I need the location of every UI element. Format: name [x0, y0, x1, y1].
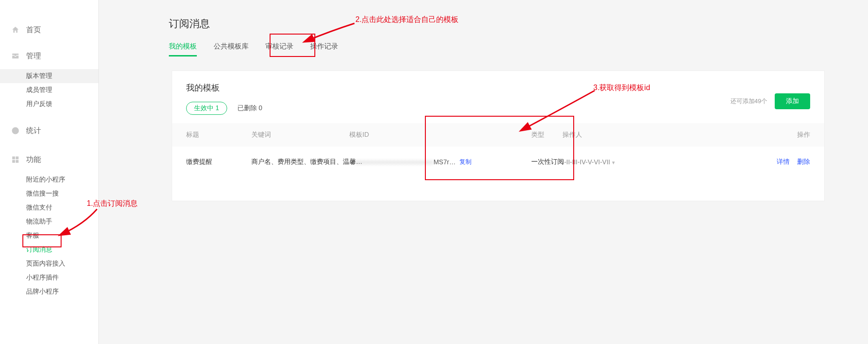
th-operator: 操作人	[562, 131, 632, 139]
tab-operation-log[interactable]: 操作记录	[310, 42, 338, 56]
sidebar-sub-pay[interactable]: 微信支付	[0, 201, 98, 215]
templates-card: 我的模板 生效中 1 已删除 0 还可添加49个 添加 标题 关键词 模板ID …	[172, 70, 825, 201]
cell-actions: 详情 删除	[632, 158, 811, 166]
table-header: 标题 关键词 模板ID 类型 操作人 操作	[172, 123, 824, 147]
sidebar-stats-label: 统计	[26, 126, 41, 136]
inbox-icon	[11, 52, 20, 60]
cell-type: 一次性订阅	[531, 158, 566, 166]
sidebar-sub-logistics[interactable]: 物流助手	[0, 215, 98, 229]
th-action: 操作	[632, 131, 811, 139]
sidebar-sub-brand[interactable]: 品牌小程序	[0, 285, 98, 299]
th-id: 模板ID	[349, 131, 528, 139]
filter-active[interactable]: 生效中 1	[186, 102, 227, 115]
detail-link[interactable]: 详情	[777, 158, 790, 165]
sidebar-sub-members[interactable]: 成员管理	[0, 83, 98, 97]
th-type: 类型	[531, 131, 566, 139]
cell-title: 缴费提醒	[186, 158, 251, 166]
sidebar-func-label: 功能	[26, 155, 41, 165]
templates-table: 标题 关键词 模板ID 类型 操作人 操作 缴费提醒 商户名、费用类型、缴费项目…	[172, 123, 824, 177]
card-title: 我的模板	[186, 82, 220, 93]
sidebar-sub-nearby[interactable]: 附近的小程序	[0, 173, 98, 187]
sidebar-sub-search[interactable]: 微信搜一搜	[0, 187, 98, 201]
main-region: 订阅消息 我的模板 公共模板库 审核记录 操作记录 我的模板 生效中 1 已删除…	[99, 0, 868, 344]
sidebar: 首页 管理 版本管理 成员管理 用户反馈 统计 功能 附近的小程序 微信搜一搜 …	[0, 0, 99, 344]
home-icon	[11, 26, 20, 34]
copy-id-link[interactable]: 复制	[459, 158, 472, 166]
sidebar-sub-version[interactable]: 版本管理	[0, 69, 98, 83]
delete-link[interactable]: 删除	[797, 158, 810, 165]
sidebar-item-manage[interactable]: 管理	[0, 43, 98, 69]
tab-my-templates[interactable]: 我的模板	[169, 42, 197, 56]
chevron-down-icon: ▼	[611, 160, 616, 165]
sidebar-sub-feedback[interactable]: 用户反馈	[0, 97, 98, 111]
quota-text: 还可添加49个	[730, 97, 767, 105]
th-title: 标题	[186, 131, 251, 139]
tab-audit-log[interactable]: 审核记录	[265, 42, 293, 56]
sidebar-item-stats[interactable]: 统计	[0, 118, 98, 144]
pie-icon	[11, 126, 20, 135]
table-row: 缴费提醒 商户名、费用类型、缴费项目、温馨… -exxxxxxxxxxxxxxx…	[172, 147, 824, 177]
sidebar-sub-service[interactable]: 客服	[0, 229, 98, 243]
sidebar-sub-plugin[interactable]: 小程序插件	[0, 271, 98, 285]
tabs: 我的模板 公共模板库 审核记录 操作记录	[169, 42, 868, 56]
grid-icon	[11, 155, 20, 164]
sidebar-sub-subscribe[interactable]: 订阅消息	[0, 243, 98, 257]
filter-deleted[interactable]: 已删除 0	[237, 104, 263, 112]
add-button[interactable]: 添加	[775, 93, 810, 109]
cell-template-id: -exxxxxxxxxxxxxxxxxxxxxMS7r… 复制	[349, 158, 528, 166]
sidebar-manage-label: 管理	[26, 51, 41, 61]
template-id-value: -exxxxxxxxxxxxxxxxxxxxxMS7r…	[349, 158, 456, 166]
tab-public-library[interactable]: 公共模板库	[214, 42, 249, 56]
sidebar-sub-content[interactable]: 页面内容接入	[0, 257, 98, 271]
filters-row: 生效中 1 已删除 0	[172, 102, 824, 123]
sidebar-item-home[interactable]: 首页	[0, 17, 98, 43]
sidebar-item-func[interactable]: 功能	[0, 147, 98, 173]
cell-operator[interactable]: I-II-III-IV-V-VI-VII▼	[562, 158, 632, 166]
th-keyword: 关键词	[251, 131, 349, 139]
sidebar-home-label: 首页	[26, 25, 41, 35]
cell-keyword: 商户名、费用类型、缴费项目、温馨…	[251, 158, 349, 166]
page-title: 订阅消息	[169, 17, 868, 31]
